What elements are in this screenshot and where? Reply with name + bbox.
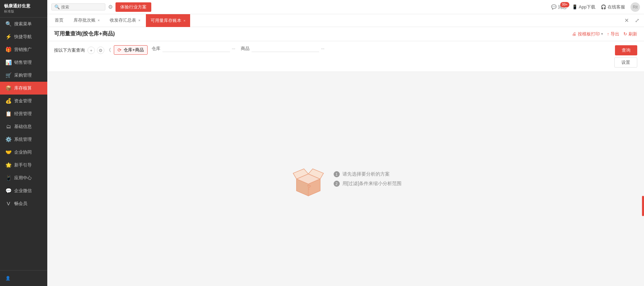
- gear-icon[interactable]: ⚙: [108, 4, 113, 10]
- page-header: 可用量查询(按仓库+商品) 🖨 按模板打印 ▾ ↑ 导出 ↻ 刷新: [47, 27, 644, 41]
- online-service-btn[interactable]: 🎧 在线客服: [601, 4, 625, 10]
- sidebar-item-basic[interactable]: 🗂基础信息: [0, 120, 47, 133]
- tab-label: 库存批次账: [74, 17, 96, 23]
- tab-batch-ledger[interactable]: 库存批次账×: [69, 14, 104, 27]
- close-tab-icon[interactable]: ✕: [622, 17, 631, 24]
- sidebar-bottom: 👤: [0, 270, 47, 286]
- empty-step-1: 1 请先选择要分析的方案: [334, 171, 402, 177]
- topbar-right: 💬 消息 99+ 📱 App下载 🎧 在线客服 Rit: [551, 2, 640, 12]
- empty-step-2: 2 用[过滤]条件来缩小分析范围: [334, 181, 402, 187]
- search-icon: 🔍: [54, 4, 60, 9]
- tab-receive-summary[interactable]: 收发存汇总表×: [105, 14, 145, 27]
- newbie-icon: 🌟: [5, 162, 11, 168]
- step-1-text: 请先选择要分析的方案: [342, 171, 390, 177]
- sidebar-item-enterprise[interactable]: 🤝企业协同: [0, 146, 47, 159]
- scheme-section: 按以下方案查询 + ⚙ 《 ⟳ 仓库+商品: [54, 45, 148, 55]
- user-menu[interactable]: Rit: [630, 2, 640, 12]
- avatar: Rit: [630, 2, 640, 12]
- refresh-btn[interactable]: ↻ 刷新: [623, 31, 637, 37]
- print-label: 按模板打印: [578, 31, 600, 37]
- headset-icon: 🎧: [601, 4, 606, 9]
- sidebar-logo: 畅康通好生意 标准版: [0, 0, 47, 18]
- page-title: 可用量查询(按仓库+商品): [54, 30, 115, 37]
- user-icon: 👤: [5, 276, 10, 281]
- sidebar: 畅康通好生意 标准版 🔍搜索菜单⚡快捷导航🎁营销推广📊销售管理🛒采购管理📦库存核…: [0, 0, 47, 286]
- sidebar-item-label: 快捷导航: [14, 34, 32, 40]
- content-area: 可用量查询(按仓库+商品) 🖨 按模板打印 ▾ ↑ 导出 ↻ 刷新: [47, 27, 644, 286]
- step-1-num: 1: [334, 171, 340, 177]
- sidebar-item-label: 基础信息: [14, 124, 32, 130]
- vip-icon: V: [5, 201, 11, 206]
- system-icon: ⚙️: [5, 136, 11, 142]
- add-scheme-btn[interactable]: +: [87, 47, 95, 54]
- page-header-actions: 🖨 按模板打印 ▾ ↑ 导出 ↻ 刷新: [572, 31, 638, 37]
- step-2-text: 用[过滤]条件来缩小分析范围: [342, 181, 402, 187]
- warehouse-more-btn[interactable]: ···: [232, 46, 235, 51]
- sidebar-item-label: 企业微信: [14, 188, 32, 194]
- search-icon: 🔍: [5, 21, 11, 27]
- tab-close-icon[interactable]: ×: [183, 19, 185, 23]
- tab-close-icon[interactable]: ×: [138, 18, 140, 22]
- purchase-icon: 🛒: [5, 72, 11, 78]
- settings-button[interactable]: 设置: [614, 57, 637, 68]
- app-download-label: App下载: [579, 4, 595, 10]
- sidebar-item-vip[interactable]: V畅会员: [0, 197, 47, 210]
- empty-state: ? 1 请先选择要分析的方案 2 用[过滤]条件来缩小分析范围: [47, 72, 644, 286]
- sidebar-item-search[interactable]: 🔍搜索菜单: [0, 18, 47, 30]
- query-button[interactable]: 查询: [615, 45, 637, 55]
- warehouse-filter-input[interactable]: [162, 45, 230, 52]
- sidebar-item-system[interactable]: ⚙️系统管理: [0, 133, 47, 146]
- tabbar-actions: ✕ ⤢: [622, 17, 641, 24]
- sidebar-item-label: 经营管理: [14, 111, 32, 117]
- sidebar-item-purchase[interactable]: 🛒采购管理: [0, 69, 47, 82]
- step-2-num: 2: [334, 181, 340, 187]
- topbar-search-input[interactable]: [61, 5, 102, 9]
- sidebar-item-label: 营销推广: [14, 47, 32, 53]
- phone-icon: 📱: [572, 4, 577, 9]
- sidebar-item-label: 搜索菜单: [14, 21, 32, 27]
- sidebar-item-newbie[interactable]: 🌟新手引导: [0, 159, 47, 172]
- collapse-icon[interactable]: 《: [106, 47, 111, 53]
- message-btn[interactable]: 💬 消息 99+: [551, 4, 567, 10]
- sales-icon: 📊: [5, 59, 11, 66]
- expand-icon[interactable]: ⤢: [633, 17, 641, 24]
- sidebar-item-finance[interactable]: 💰资金管理: [0, 95, 47, 107]
- sidebar-item-label: 资金管理: [14, 98, 32, 104]
- enterprise-icon: 🤝: [5, 149, 11, 155]
- trial-button[interactable]: 体验行业方案: [115, 2, 151, 12]
- sidebar-item-marketing[interactable]: 🎁营销推广: [0, 43, 47, 56]
- inventory-icon: 📦: [5, 85, 11, 91]
- product-more-btn[interactable]: ···: [321, 46, 325, 51]
- sidebar-bottom-user[interactable]: 👤: [0, 273, 47, 283]
- topbar-search-box[interactable]: 🔍: [51, 3, 105, 10]
- sidebar-item-quick-nav[interactable]: ⚡快捷导航: [0, 30, 47, 43]
- sidebar-item-label: 库存核算: [14, 85, 32, 91]
- refresh-label: 刷新: [628, 31, 637, 37]
- sidebar-item-wechat[interactable]: 💬企业微信: [0, 184, 47, 197]
- chevron-down-icon: ▾: [601, 32, 603, 36]
- scheme-warehouse-product[interactable]: ⟳ 仓库+商品: [114, 45, 148, 55]
- tab-close-icon[interactable]: ×: [98, 18, 100, 22]
- app-download-btn[interactable]: 📱 App下载: [572, 4, 595, 10]
- sidebar-item-app-center[interactable]: 📱应用中心: [0, 172, 47, 184]
- message-icon: 💬: [551, 4, 557, 9]
- print-template-btn[interactable]: 🖨 按模板打印 ▾: [572, 31, 603, 37]
- sidebar-item-label: 企业协同: [14, 149, 32, 155]
- user-name: Rit: [633, 5, 638, 9]
- sidebar-item-label: 采购管理: [14, 72, 32, 78]
- warehouse-filter-label: 仓库: [152, 46, 160, 52]
- sidebar-item-inventory[interactable]: 📦库存核算: [0, 82, 47, 95]
- product-filter-input[interactable]: [252, 45, 319, 52]
- sidebar-item-label: 新手引导: [14, 162, 32, 168]
- export-btn[interactable]: ↑ 导出: [607, 31, 620, 37]
- tab-home[interactable]: 首页: [50, 14, 68, 27]
- app-center-icon: 📱: [5, 175, 11, 181]
- sidebar-item-sales[interactable]: 📊销售管理: [0, 56, 47, 69]
- settings-scheme-btn[interactable]: ⚙: [97, 47, 104, 54]
- app-name: 畅康通好生意: [4, 3, 43, 9]
- empty-svg: ?: [290, 162, 327, 199]
- tab-available-ledger[interactable]: 可用量库存账本×: [146, 14, 190, 27]
- online-service-label: 在线客服: [608, 4, 625, 10]
- sidebar-item-operations[interactable]: 📋经营管理: [0, 107, 47, 120]
- filter-warehouse: 仓库 ···: [152, 45, 235, 52]
